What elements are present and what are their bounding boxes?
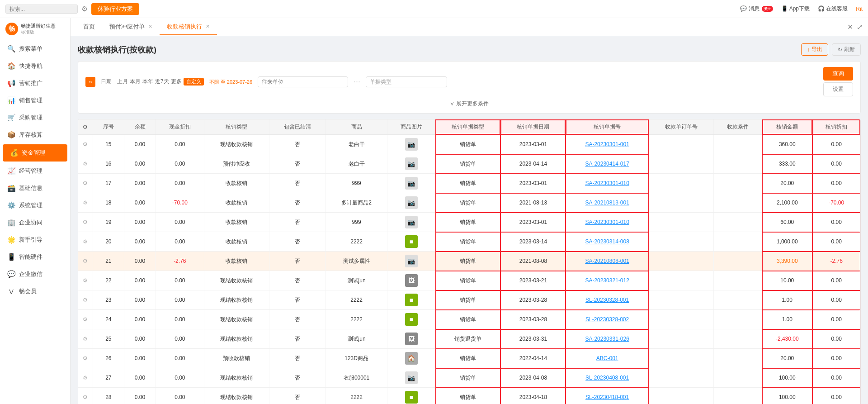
row-settings-icon[interactable]: ⚙ — [78, 329, 93, 349]
tab-home[interactable]: 首页 — [76, 19, 102, 35]
messages-link[interactable]: 💬 消息 99+ — [740, 5, 773, 13]
row-settings-icon[interactable]: ⚙ — [78, 290, 93, 310]
bill-no-link[interactable]: SA-20210813-001 — [585, 200, 629, 206]
row-receipt-order — [649, 349, 714, 368]
row-settings-icon[interactable]: ⚙ — [78, 368, 93, 388]
row-settings-icon[interactable]: ⚙ — [78, 310, 93, 329]
row-bill-no[interactable]: SA-20230321-012 — [566, 271, 648, 290]
tab-close-receipt[interactable]: ✕ — [206, 24, 210, 29]
row-bill-no[interactable]: SA-20210813-001 — [566, 193, 648, 213]
row-writeoff-type: 收款核销 — [204, 193, 269, 213]
row-settings-icon[interactable]: ⚙ — [78, 388, 93, 404]
date-option-7days[interactable]: 近7天 — [155, 78, 169, 86]
row-settings-icon[interactable]: ⚙ — [78, 213, 93, 232]
filter-toggle-button[interactable]: » — [85, 77, 95, 87]
row-receipt-condition — [714, 271, 762, 290]
sidebar-item-hardware[interactable]: 📱智能硬件 — [0, 248, 70, 266]
expand-conditions-link[interactable]: ∨ 展开更多条件 — [85, 100, 853, 108]
sidebar-item-wechat[interactable]: 💬企业微信 — [0, 266, 70, 283]
row-bill-no[interactable]: SA-20230301-001 — [566, 135, 648, 154]
row-cash-discount: 0.00 — [156, 232, 204, 252]
date-option-prev-month[interactable]: 上月 — [117, 78, 128, 86]
sidebar-item-operations[interactable]: 📈经营管理 — [0, 162, 70, 180]
row-settings-icon[interactable]: ⚙ — [78, 154, 93, 174]
bill-no-link[interactable]: SA-20230301-010 — [585, 219, 629, 225]
row-bill-no[interactable]: SL-20230328-001 — [566, 290, 648, 310]
row-settings-icon[interactable]: ⚙ — [78, 174, 93, 193]
filter-settings-button[interactable]: 设置 — [823, 82, 853, 96]
row-settings-icon[interactable]: ⚙ — [78, 252, 93, 271]
date-option-more[interactable]: 更多 — [171, 78, 182, 86]
row-settings-icon[interactable]: ⚙ — [78, 349, 93, 368]
row-bill-no[interactable]: ABC-001 — [566, 349, 648, 368]
row-bill-no[interactable]: SL-20230408-001 — [566, 368, 648, 388]
bill-no-link[interactable]: SA-20230301-010 — [585, 180, 629, 186]
export-button[interactable]: ↑ 导出 — [801, 43, 828, 56]
date-option-custom[interactable]: 自定义 — [184, 78, 204, 86]
guide-icon: 🌟 — [7, 236, 15, 244]
row-bill-no[interactable]: SA-20230314-008 — [566, 232, 648, 252]
row-bill-no[interactable]: SA-20210808-001 — [566, 252, 648, 271]
row-bill-date: 2022-04-14 — [500, 349, 566, 368]
bill-no-link[interactable]: SA-20230321-012 — [585, 277, 629, 284]
bill-no-link[interactable]: SL-20230418-001 — [585, 394, 629, 400]
sidebar-item-basicinfo[interactable]: 🗃️基础信息 — [0, 180, 70, 197]
date-option-this-year[interactable]: 本年 — [142, 78, 153, 86]
sidebar-item-sales[interactable]: 📊销售管理 — [0, 92, 70, 109]
sidebar-item-quicknav[interactable]: 🏠快捷导航 — [0, 57, 70, 75]
sidebar-item-purchase[interactable]: 🛒采购管理 — [0, 109, 70, 126]
sidebar: 畅 畅捷通谱好生意 标准版 🔍搜索菜单🏠快捷导航📢营销推广📊销售管理🛒采购管理📦… — [0, 18, 71, 404]
row-settings-icon[interactable]: ⚙ — [78, 232, 93, 252]
partner-input[interactable] — [258, 76, 348, 87]
row-bill-date: 2023-03-21 — [500, 271, 566, 290]
bill-no-link[interactable]: SL-20230328-001 — [585, 297, 629, 303]
row-settings-icon[interactable]: ⚙ — [78, 193, 93, 213]
data-table: ⚙序号余额现金折扣核销类型包含已结清商品商品图片核销单据类型核销单据日期核销单据… — [78, 119, 860, 404]
bill-no-link[interactable]: SL-20230408-001 — [585, 375, 629, 381]
row-goods-img: 🖼 — [387, 271, 436, 290]
inventory-icon: 📦 — [7, 131, 15, 139]
user-label[interactable]: Rit — [856, 6, 863, 12]
tab-close-prepay[interactable]: ✕ — [148, 24, 152, 29]
sidebar-item-inventory[interactable]: 📦库存核算 — [0, 126, 70, 143]
sidebar-item-finance[interactable]: 💰资金管理 — [3, 144, 67, 162]
date-option-this-month[interactable]: 本月 — [130, 78, 141, 86]
bill-no-link[interactable]: SA-20230301-001 — [585, 141, 629, 147]
sidebar-item-search[interactable]: 🔍搜索菜单 — [0, 40, 70, 57]
row-receipt-order — [649, 388, 714, 404]
close-tab-button[interactable]: ✕ — [847, 23, 853, 31]
row-bill-no[interactable]: SA-20230301-010 — [566, 213, 648, 232]
row-settings-icon[interactable]: ⚙ — [78, 135, 93, 154]
row-goods-img: 📷 — [387, 368, 436, 388]
row-receipt-condition — [714, 310, 762, 329]
sidebar-item-member[interactable]: V畅会员 — [0, 283, 70, 300]
bill-no-link[interactable]: SL-20230328-002 — [585, 316, 629, 323]
expand-tab-button[interactable]: ⤢ — [857, 23, 863, 31]
bill-no-link[interactable]: SA-20230414-017 — [585, 161, 629, 167]
app-download-link[interactable]: 📱 App下载 — [781, 5, 810, 13]
row-writeoff-amount: -2,430.00 — [762, 329, 812, 349]
row-bill-no[interactable]: SA-20230301-010 — [566, 174, 648, 193]
search-input[interactable] — [5, 5, 78, 14]
row-bill-no[interactable]: SA-20230331-026 — [566, 329, 648, 349]
sidebar-item-guide[interactable]: 🌟新手引导 — [0, 231, 70, 248]
sidebar-item-system[interactable]: ⚙️系统管理 — [0, 197, 70, 214]
doc-type-select[interactable]: 单据类型 — [366, 76, 447, 87]
settings-icon[interactable]: ⚙ — [81, 5, 88, 13]
industry-solution-button[interactable]: 休验行业方案 — [91, 3, 139, 15]
refresh-button[interactable]: ↻ 刷新 — [832, 43, 861, 56]
row-settings-icon[interactable]: ⚙ — [78, 271, 93, 290]
sidebar-item-marketing[interactable]: 📢营销推广 — [0, 75, 70, 92]
bill-no-link[interactable]: SA-20230314-008 — [585, 238, 629, 245]
bill-no-link[interactable]: SA-20210808-001 — [585, 258, 629, 264]
bill-no-link[interactable]: SA-20230331-026 — [585, 336, 629, 342]
sidebar-item-collab[interactable]: 🏢企业协同 — [0, 214, 70, 231]
online-service-link[interactable]: 🎧 在线客服 — [818, 5, 848, 13]
row-bill-no[interactable]: SL-20230418-001 — [566, 388, 648, 404]
bill-no-link[interactable]: ABC-001 — [596, 355, 618, 361]
tab-prepay[interactable]: 预付冲应付单✕ — [102, 19, 160, 35]
row-bill-no[interactable]: SL-20230328-002 — [566, 310, 648, 329]
query-button[interactable]: 查询 — [823, 67, 853, 81]
row-bill-no[interactable]: SA-20230414-017 — [566, 154, 648, 174]
tab-receipt[interactable]: 收款核销执行✕ — [160, 19, 217, 35]
